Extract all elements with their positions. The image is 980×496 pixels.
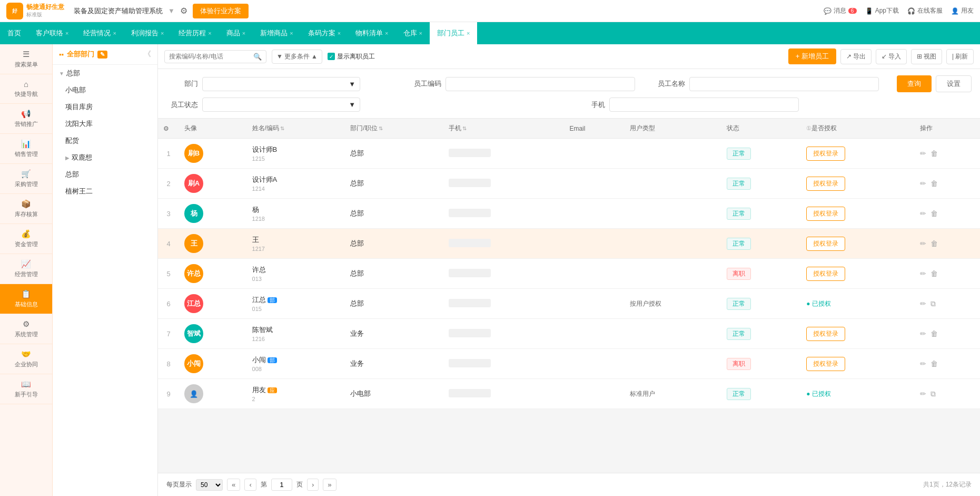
dept-node-shuanglu[interactable]: ▶ 双鹿想 [53,149,157,166]
edit-icon[interactable]: ✏ [920,359,926,368]
lm-item-collab[interactable]: 🤝 企业协同 [0,344,52,374]
page-number-input[interactable] [271,479,292,491]
trial-button[interactable]: 体验行业方案 [193,4,249,18]
close-icon[interactable]: × [338,30,341,36]
close-icon[interactable]: × [65,30,68,36]
edit-icon[interactable]: ✏ [920,239,926,248]
nav-item-customer[interactable]: 客户联络× [28,22,76,44]
phone-input[interactable] [609,98,799,112]
dept-node-zhishu[interactable]: 植树王二 [53,183,157,200]
edit-icon[interactable]: ✏ [920,209,926,218]
lm-item-basic-info[interactable]: 📋 基础信息 [0,284,52,314]
online-service-btn[interactable]: 🎧 在线客服 [907,6,943,15]
nav-item-profit[interactable]: 利润报告× [124,22,171,44]
import-button[interactable]: ↙ 导入 [876,49,907,64]
edit-icon[interactable]: ✏ [920,390,926,398]
export-button[interactable]: ↗ 导出 [840,49,872,64]
th-dept[interactable]: 部门/职位⇅ [345,119,443,139]
emp-name-input[interactable] [689,77,879,91]
th-phone[interactable]: 手机⇅ [443,119,565,139]
auth-button[interactable]: 授权登录 [806,207,845,221]
th-name[interactable]: 姓名/编码⇅ [247,119,345,139]
nav-item-barcode[interactable]: 条码方案× [301,22,348,44]
lm-item-purchase[interactable]: 🛒 采购管理 [0,164,52,194]
search-icon[interactable]: 🔍 [253,53,262,61]
close-icon[interactable]: × [242,30,245,36]
th-settings[interactable]: ⚙ [158,119,179,139]
view-button[interactable]: ⊞ 视图 [911,49,942,64]
edit-icon[interactable]: ✏ [920,329,926,338]
status-select[interactable]: ▼ [202,98,360,112]
delete-icon[interactable]: 🗑 [930,269,938,278]
lm-item-guide[interactable]: 📖 新手引导 [0,374,52,404]
dept-select[interactable]: ▼ [202,77,360,91]
lm-item-operation-mgmt[interactable]: 📈 经营管理 [0,254,52,284]
edit-icon[interactable]: ✏ [920,179,926,188]
lm-item-search[interactable]: ☰ 搜索菜单 [0,44,52,74]
lm-item-sales[interactable]: 📊 销售管理 [0,134,52,164]
collapse-icon[interactable]: 《 [144,50,151,59]
close-icon[interactable]: × [290,30,293,36]
nav-item-goods[interactable]: 商品× [219,22,253,44]
set-button[interactable]: 设置 [936,75,972,92]
nav-item-new-goods[interactable]: 新增商品× [253,22,300,44]
auth-button[interactable]: 授权登录 [806,327,845,341]
dropdown-icon[interactable]: ▼ [168,7,175,15]
edit-icon[interactable]: ✏ [920,269,926,278]
auth-button[interactable]: 授权登录 [806,357,845,371]
close-icon[interactable]: × [419,30,422,36]
dept-edit-icon[interactable]: ✎ [97,51,107,59]
delete-icon[interactable]: 🗑 [930,179,938,188]
nav-item-department[interactable]: 部门员工× [430,22,477,44]
nav-item-operation[interactable]: 经营情况× [76,22,123,44]
lm-item-system[interactable]: ⚙ 系统管理 [0,314,52,344]
auth-button[interactable]: 授权登录 [806,177,845,191]
dept-node-zongbu-parent[interactable]: ▼ 总部 [53,65,157,82]
show-resigned-toggle[interactable]: ✓ 显示离职员工 [328,52,375,61]
prev-page-button[interactable]: ‹ [244,479,256,491]
settings-icon[interactable]: ⚙ [180,6,187,16]
nav-item-process[interactable]: 经营历程× [171,22,219,44]
delete-icon[interactable]: 🗑 [930,359,938,368]
delete-icon[interactable]: 🗑 [930,149,938,158]
first-page-button[interactable]: « [227,479,240,491]
dept-node-shenyang[interactable]: 沈阳大库 [53,115,157,132]
nav-item-home[interactable]: 首页 [0,22,28,44]
more-conditions-btn[interactable]: ▼ 更多条件 ▲ [272,50,322,64]
lm-item-marketing[interactable]: 📢 营销推广 [0,104,52,134]
app-download-btn[interactable]: 📱 App下载 [865,6,899,15]
auth-button[interactable]: 授权登录 [806,237,845,251]
lm-item-finance[interactable]: 💰 资金管理 [0,224,52,254]
delete-icon[interactable]: 🗑 [930,239,938,248]
nav-item-bom[interactable]: 物料清单× [348,22,395,44]
last-page-button[interactable]: » [323,479,336,491]
edit-icon[interactable]: ✏ [920,149,926,158]
per-page-select[interactable]: 50 100 200 [196,479,223,491]
edit-icon[interactable]: ✏ [920,299,926,308]
message-btn[interactable]: 💬 消息 6 [824,6,857,15]
nav-item-warehouse[interactable]: 仓库× [396,22,430,44]
close-icon[interactable]: × [113,30,116,36]
close-icon[interactable]: × [208,30,211,36]
search-input[interactable] [169,53,253,60]
auth-button[interactable]: 授权登录 [806,267,845,281]
add-employee-button[interactable]: + 新增员工 [788,48,836,64]
lm-item-inventory[interactable]: 📦 库存核算 [0,194,52,224]
close-icon[interactable]: × [161,30,164,36]
close-icon[interactable]: × [385,30,388,36]
dept-node-zongbu[interactable]: 总部 [53,166,157,183]
user-btn[interactable]: 👤 用友 [951,6,974,15]
copy-icon[interactable]: ⧉ [930,299,936,308]
more-button[interactable]: | 刷新 [946,49,974,64]
dept-node-xianmu[interactable]: 项目库房 [53,99,157,115]
next-page-button[interactable]: › [307,479,319,491]
delete-icon[interactable]: 🗑 [930,209,938,218]
dept-node-xiaodian[interactable]: 小电部 [53,82,157,99]
query-button[interactable]: 查询 [897,75,932,92]
close-icon-dept[interactable]: × [467,30,470,36]
lm-item-quicknav[interactable]: ⌂ 快捷导航 [0,74,52,104]
auth-button[interactable]: 授权登录 [806,147,845,161]
delete-icon[interactable]: 🗑 [930,329,938,338]
copy-icon[interactable]: ⧉ [930,390,936,398]
emp-code-input[interactable] [446,77,635,91]
